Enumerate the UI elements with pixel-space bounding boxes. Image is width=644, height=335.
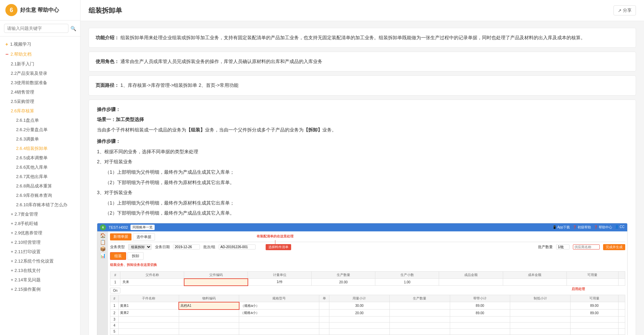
sidebar-item-print[interactable]: + 2.11打印设置 (0, 247, 80, 257)
cell-parent-code[interactable] (184, 279, 248, 286)
table-row: 4 (110, 323, 625, 329)
sidebar-item-install[interactable]: 2.2产品安装及登录 (0, 69, 80, 78)
path-text: 1、库存核算->库存管理->组装拆卸单 2、首页->常用功能 (120, 82, 238, 88)
btn-select-parts[interactable]: 选择料件清单 (266, 244, 291, 250)
cell (119, 323, 179, 329)
path-label: 页面路径： (96, 82, 119, 88)
form-batch-input[interactable] (219, 244, 256, 249)
cell (239, 329, 319, 335)
sidebar-item-sales[interactable]: 2.4销售管理 (0, 88, 80, 97)
app-tab-new[interactable]: 新增单据 (110, 233, 131, 240)
sidebar-item-docs[interactable]: − 2.帮助文档 (0, 49, 80, 59)
sidebar-item-inventory[interactable]: 2.6库存核算 (0, 106, 80, 116)
sidebar-item-faq[interactable]: + 2.14常见问题 (0, 275, 80, 285)
app-sidebar-icon[interactable]: 📊 (100, 253, 106, 258)
sidebar-item-data-prep[interactable]: 2.3使用前数据准备 (0, 78, 80, 88)
sidebar-item-stock-error[interactable]: 2.6.10库存账本错了怎么办 (0, 200, 80, 210)
share-label: 分享 (623, 7, 632, 13)
scenario1-desc: 当由多个子件材料组装成一个成品的业务为【组装】业务，当由一个父件拆分成多个子产品… (97, 125, 628, 134)
sidebar-item-coupon[interactable]: + 2.9优惠券管理 (0, 228, 80, 238)
app-topbar-btn[interactable]: 同期账单一览 (130, 225, 155, 230)
sidebar-item-adjust[interactable]: 2.6.3调拨单 (0, 134, 80, 144)
cell-num: 1 (110, 279, 120, 286)
sidebar-item-video[interactable]: + 1.视频学习 (0, 39, 80, 49)
operations-title: 操作步骤： (97, 107, 628, 113)
search-area: 🔍 (0, 20, 80, 37)
cell (329, 323, 390, 329)
cell: 4 (110, 323, 119, 329)
cell (319, 329, 329, 335)
form-qty-input[interactable] (556, 244, 570, 249)
cell: 89.00 (570, 310, 618, 317)
sidebar-item-newbie[interactable]: 2.1新手入门 (0, 59, 80, 69)
share-button[interactable]: ↗ 分享 (613, 5, 636, 15)
sidebar-item-stock-query[interactable]: 2.6.9库存账本查询 (0, 191, 80, 200)
table-row: 2 黄果2 （规格a小） 20.00 89.00 (110, 310, 625, 317)
app-org: TEST-H002 (109, 225, 128, 229)
form-type-select[interactable]: 组装拆卸 (128, 244, 152, 250)
app-sidebar-icon[interactable]: 📦 (100, 246, 106, 252)
form-search-input[interactable] (573, 244, 600, 249)
sidebar-item-cost-adjust[interactable]: 2.6.5成本调整单 (0, 153, 80, 163)
cell[interactable]: 高档A1 (179, 302, 239, 310)
cell (450, 317, 510, 323)
col-parent-name: 父件名称 (120, 271, 184, 279)
plus-icon: + (11, 249, 13, 254)
sidebar-item-other-in[interactable]: 2.6.6其他入库单 (0, 163, 80, 172)
plus-icon: + (11, 277, 13, 282)
annotation3: 启用处理 (572, 287, 585, 291)
logo-text: 好生意 帮助中心 (20, 7, 59, 14)
sidebar-item-purchase[interactable]: 2.5采购管理 (0, 97, 80, 106)
app-type-disassembly[interactable]: 拆卸 (127, 252, 144, 260)
main-content: 功能介绍： 组装拆卸单用来处理企业组装或拆卸等加工业务，支持有固定装配清单的产品… (80, 21, 644, 335)
sidebar-item-assembly[interactable]: 2.6.4组装拆卸单 (0, 144, 80, 153)
cell (450, 329, 510, 335)
col-ops2 (619, 295, 625, 302)
sidebar-item-stocktake[interactable]: 2.6.1盘点单 (0, 116, 80, 125)
btn-confirm[interactable]: 完成并生成 (603, 244, 625, 250)
logo-icon: 6 (5, 4, 17, 16)
search-icon[interactable]: 🔍 (70, 26, 76, 31)
search-input[interactable] (4, 24, 68, 33)
cell (389, 317, 450, 323)
col-product-amount: 成品金额 (439, 271, 503, 279)
app-tab-selected[interactable]: 选中单据 (133, 233, 155, 240)
sidebar-item-partial-stocktake[interactable]: 2.6.2分量盘点单 (0, 125, 80, 134)
sidebar-item-custom[interactable]: + 2.12系统个性化设置 (0, 257, 80, 266)
operations-section: 操作步骤： 场景一：加工类型选择 当由多个子件材料组装成一个成品的业务为【组装】… (89, 100, 636, 335)
cell (179, 317, 239, 323)
sidebar-item-mobile[interactable]: + 2.8手机旺铺 (0, 219, 80, 228)
minus-icon: − (5, 52, 8, 57)
col-offset: 制抵小计 (510, 295, 571, 302)
sidebar-item-other-out[interactable]: 2.6.7其他出库单 (0, 172, 80, 181)
cell-parent-name: 关来 (120, 279, 184, 286)
plus-icon: + (11, 230, 13, 235)
sidebar-item-label: 2.10经营管理 (14, 240, 40, 245)
app-type-assembly[interactable]: 组装 (110, 252, 126, 260)
sidebar-item-cash[interactable]: + 2.7资金管理 (0, 210, 80, 219)
page-header: 组装拆卸单 ↗ 分享 (80, 0, 644, 21)
scenario1-steps: 操作步骤： 1、根据不同的业务，选择不同单据的类型来处理 2、对于组装业务 （1… (97, 137, 628, 218)
sidebar-item-label: 2.13在线支付 (14, 268, 40, 273)
app-sidebar-icon[interactable]: 🏠 (100, 233, 106, 238)
annotation1: 有装配清单的在这里处理 (257, 234, 293, 239)
sidebar-item-online-pay[interactable]: + 2.13在线支付 (0, 266, 80, 275)
cell: 1 (110, 302, 119, 310)
cell (389, 323, 450, 329)
col-spec: 规格型号 (239, 295, 319, 302)
app-logo: 6 (100, 224, 106, 230)
role-section: 使用角色： 通常由生产人员或库管人员完成拆装业务的操作，库管人员确认原材料的出库… (89, 52, 636, 71)
path-section: 页面路径： 1、库存核算->库存管理->组装拆卸单 2、首页->常用功能 (89, 75, 636, 95)
sidebar-item-cases[interactable]: + 2.15操作案例 (0, 285, 80, 294)
sidebar-item-cost-recalc[interactable]: 2.6.8商品成本重算 (0, 181, 80, 191)
sidebar-item-operation[interactable]: + 2.10经营管理 (0, 238, 80, 247)
form-qty-label: 批产数量 (538, 244, 553, 249)
app-sidebar-icon[interactable]: 📋 (100, 239, 106, 245)
annotation1-line (275, 240, 275, 244)
scenario1-title: 场景一：加工类型选择 (97, 117, 628, 123)
form-date-input[interactable] (173, 244, 200, 249)
cell (619, 329, 625, 335)
sidebar-item-label: 2.7资金管理 (14, 212, 38, 217)
sidebar-item-label: 2.12系统个性化设置 (14, 259, 53, 264)
sidebar-item-label: 2.11打印设置 (14, 249, 40, 254)
